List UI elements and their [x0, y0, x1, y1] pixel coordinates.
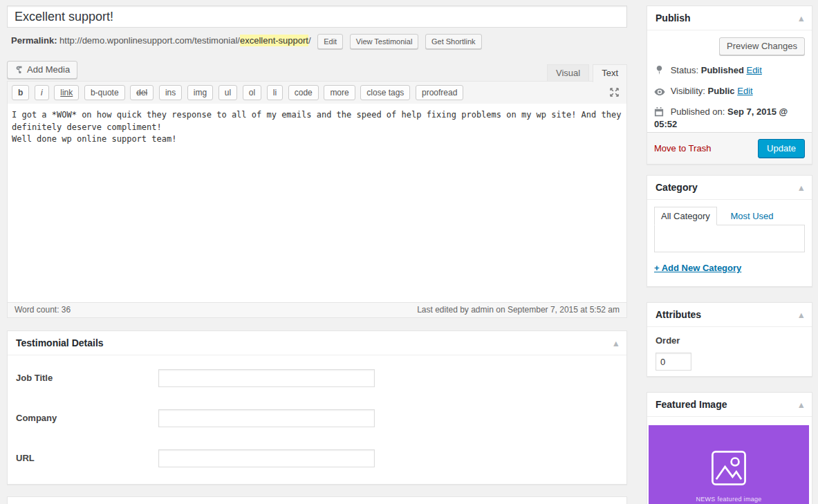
category-checklist[interactable] — [654, 225, 805, 252]
editor-status-bar: Word count: 36 Last edited by admin on S… — [8, 302, 626, 317]
category-title: Category — [656, 182, 698, 193]
url-input[interactable] — [158, 449, 375, 467]
tab-all-category[interactable]: All Category — [654, 207, 717, 225]
featured-image-thumbnail[interactable]: NEWS featured image — [649, 425, 809, 504]
edit-permalink-button[interactable]: Edit — [317, 34, 343, 49]
url-row: URL — [16, 453, 611, 463]
company-row: Company — [16, 413, 611, 423]
qt-close-tags-button[interactable]: close tags — [360, 85, 410, 100]
published-label: Published on: — [671, 106, 725, 117]
quicktags-toolbar: b i link b-quote del ins img ul ol li co… — [8, 82, 626, 104]
url-label: URL — [16, 453, 35, 463]
qt-proofread-button[interactable]: proofread — [416, 85, 463, 100]
qt-del-button[interactable]: del — [130, 85, 154, 100]
tab-most-used[interactable]: Most Used — [730, 211, 773, 221]
order-label: Order — [656, 335, 803, 346]
featured-image-title: Featured Image — [656, 399, 727, 410]
visibility-label: Visibility: — [671, 86, 705, 96]
publish-header[interactable]: Publish ▴ — [647, 6, 812, 30]
add-new-category-link[interactable]: + Add New Category — [654, 263, 741, 273]
collapse-icon[interactable]: ▴ — [799, 176, 803, 200]
job-title-input[interactable] — [158, 369, 375, 387]
collapse-icon[interactable]: ▴ — [799, 303, 803, 327]
testimonial-details-header[interactable]: Testimonial Details ▴ — [8, 331, 626, 355]
category-header[interactable]: Category ▴ — [647, 176, 812, 200]
company-label: Company — [16, 413, 57, 423]
eye-icon — [654, 88, 665, 98]
visibility-row: Visibility: Public Edit — [654, 86, 805, 98]
featured-image-metabox: Featured Image ▴ NEWS featured image — [647, 392, 812, 504]
featured-image-caption: NEWS featured image — [696, 496, 761, 503]
featured-image-header[interactable]: Featured Image ▴ — [647, 393, 812, 417]
permalink-slug[interactable]: excellent-support — [240, 35, 308, 46]
qt-li-button[interactable]: li — [267, 85, 283, 100]
permalink-url-base: http://demo.wponlinesupport.com/testimon… — [59, 35, 240, 46]
permalink-label: Permalink: — [11, 35, 57, 46]
visibility-value: Public — [708, 86, 735, 96]
status-label: Status: — [671, 65, 698, 75]
attributes-header[interactable]: Attributes ▴ — [647, 303, 812, 327]
qt-code-button[interactable]: code — [288, 85, 319, 100]
collapse-icon[interactable]: ▴ — [799, 6, 803, 30]
testimonial-details-metabox: Testimonial Details ▴ Job Title Company … — [7, 330, 627, 485]
collapse-icon[interactable]: ▴ — [799, 393, 803, 417]
get-shortlink-button[interactable]: Get Shortlink — [425, 34, 482, 49]
attributes-title: Attributes — [656, 309, 701, 320]
qt-img-button[interactable]: img — [187, 85, 213, 100]
move-to-trash-link[interactable]: Move to Trash — [654, 143, 711, 153]
media-buttons-row: Add Media — [7, 61, 77, 79]
add-media-label: Add Media — [27, 64, 70, 75]
edit-status-link[interactable]: Edit — [746, 65, 761, 75]
add-media-button[interactable]: Add Media — [7, 61, 77, 79]
qt-bold-button[interactable]: b — [12, 85, 29, 100]
qt-ins-button[interactable]: ins — [159, 85, 182, 100]
category-metabox: Category ▴ All Category Most Used + Add … — [647, 175, 812, 287]
attributes-metabox: Attributes ▴ Order — [647, 302, 812, 377]
category-tabs: All Category Most Used — [654, 207, 805, 225]
permalink-url-suffix: / — [308, 35, 311, 46]
status-value: Published — [701, 65, 744, 75]
view-testimonial-button[interactable]: View Testimonial — [350, 34, 419, 49]
fullscreen-expand-icon[interactable] — [609, 87, 620, 100]
collapse-icon[interactable]: ▴ — [613, 331, 618, 355]
editor-mode-tabs: Visual Text — [543, 64, 627, 82]
publishing-actions: Move to Trash Update — [647, 132, 812, 164]
qt-ol-button[interactable]: ol — [243, 85, 261, 100]
qt-italic-button[interactable]: i — [35, 85, 49, 100]
qt-more-button[interactable]: more — [324, 85, 355, 100]
word-count: Word count: 36 — [15, 305, 71, 315]
edit-visibility-link[interactable]: Edit — [737, 86, 752, 96]
testimonial-details-title: Testimonial Details — [16, 337, 104, 348]
publish-metabox: Publish ▴ Preview Changes Status: Publis… — [647, 6, 812, 165]
post-title-input[interactable] — [7, 6, 627, 28]
post-content-textarea[interactable]: I got a *WOW* on how quick they response… — [8, 104, 626, 302]
preview-changes-button[interactable]: Preview Changes — [719, 37, 805, 55]
publish-title: Publish — [656, 12, 691, 24]
tab-text[interactable]: Text — [593, 64, 627, 82]
calendar-icon — [654, 107, 665, 119]
pin-icon — [654, 65, 665, 77]
next-metabox-partial — [7, 496, 627, 504]
job-title-label: Job Title — [16, 373, 53, 383]
text-editor: b i link b-quote del ins img ul ol li co… — [7, 81, 627, 318]
permalink-row: Permalink: http://demo.wponlinesupport.c… — [11, 32, 482, 49]
last-edited: Last edited by admin on September 7, 201… — [417, 303, 620, 317]
status-row: Status: Published Edit — [654, 65, 805, 77]
qt-link-button[interactable]: link — [54, 85, 79, 100]
order-input[interactable] — [656, 353, 691, 371]
job-title-row: Job Title — [16, 373, 611, 383]
qt-blockquote-button[interactable]: b-quote — [84, 85, 125, 100]
company-input[interactable] — [158, 409, 375, 427]
tab-visual[interactable]: Visual — [547, 64, 589, 82]
qt-ul-button[interactable]: ul — [219, 85, 237, 100]
update-button[interactable]: Update — [758, 139, 805, 158]
image-placeholder-icon — [709, 448, 749, 490]
media-icon — [15, 64, 24, 80]
